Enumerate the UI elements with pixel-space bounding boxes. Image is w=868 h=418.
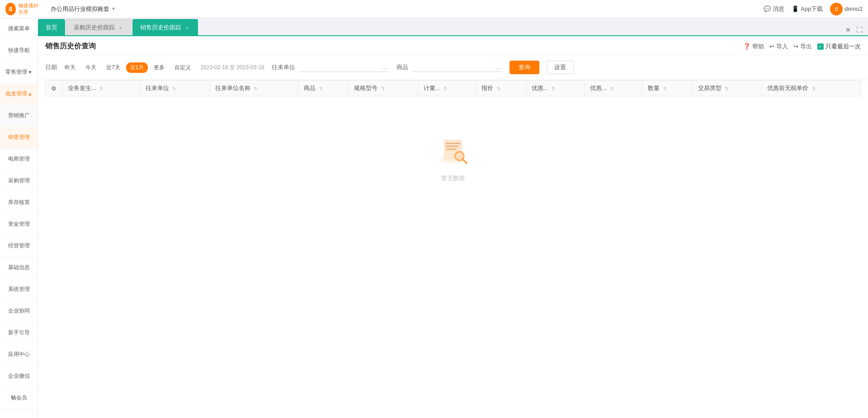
col-discount1[interactable]: 优惠... ⇅ <box>526 81 584 96</box>
content-area: 首页 采购历史价跟踪 × 销售历史价跟踪 × ✕ ⛶ 销售历史价查询 <box>38 18 868 418</box>
operations-label: 经营管理 <box>8 242 30 250</box>
sidebar-item-quick-nav[interactable]: 快捷导航 <box>0 40 38 62</box>
tab-purchase-history[interactable]: 采购历史价跟踪 × <box>66 19 132 35</box>
export-label: 导出 <box>800 43 812 51</box>
sort-icon: ⇅ <box>552 86 555 91</box>
col-trade-type[interactable]: 交易类型 ⇅ <box>692 81 762 96</box>
app-download-label: App下载 <box>801 5 823 13</box>
tab-purchase-history-label: 采购历史价跟踪 <box>74 24 115 32</box>
svg-rect-3 <box>446 146 458 147</box>
col-partner-name[interactable]: 往来单位名称 ⇅ <box>209 81 298 96</box>
table-container: ⚙ 业务发生... ⇅ 往来单位 ⇅ 往来单位名称 <box>38 80 868 218</box>
sidebar-item-enterprise[interactable]: 企业协同 <box>0 300 38 322</box>
checkbox-icon: ✓ <box>817 43 824 50</box>
col-product[interactable]: 商品 ⇅ <box>298 81 349 96</box>
logo-icon: 6 <box>5 3 16 15</box>
tab-bar: 首页 采购历史价跟踪 × 销售历史价跟踪 × ✕ ⛶ <box>38 18 868 36</box>
workspace-label: 办公用品行业模拟账套 <box>51 5 109 13</box>
tab-purchase-history-close[interactable]: × <box>118 24 124 31</box>
empty-state: 暂无数据 <box>45 96 861 218</box>
partner-input[interactable] <box>301 64 382 71</box>
tab-sales-history[interactable]: 销售历史价跟踪 × <box>132 19 198 35</box>
page-title: 销售历史价查询 <box>45 42 96 51</box>
purchase-mgmt-label: 采购管理 <box>8 177 30 185</box>
message-action[interactable]: 💬 消息 <box>764 5 784 13</box>
svg-rect-4 <box>446 148 457 150</box>
date-btn-yesterday[interactable]: 昨天 <box>61 62 80 73</box>
sidebar-item-app-center[interactable]: 应用中心 <box>0 344 38 366</box>
sidebar-item-search-menu[interactable]: 搜索菜单 <box>0 18 38 40</box>
query-button[interactable]: 查询 <box>509 61 539 74</box>
svg-point-6 <box>456 152 463 160</box>
partner-select-icon[interactable]: ... <box>382 64 387 71</box>
sidebar-item-guide[interactable]: 新手引导 <box>0 322 38 344</box>
date-btn-1month[interactable]: 近1月 <box>126 62 148 73</box>
col-spec[interactable]: 规格型号 ⇅ <box>349 81 418 96</box>
sidebar-item-wholesale-mgmt[interactable]: 批发管理 ▲ <box>0 83 38 105</box>
user-action[interactable]: d demo2 <box>830 3 863 15</box>
date-btn-custom[interactable]: 自定义 <box>170 62 195 73</box>
page-actions: ❓ 帮助 ↩ 导入 ↪ 导出 ✓ 只看最后一次 <box>743 43 861 51</box>
sidebar-item-vip[interactable]: 畅会员 <box>0 387 38 409</box>
col-pretax-price[interactable]: 优惠前无税单价 ⇅ <box>762 81 861 96</box>
col-discount2[interactable]: 优惠... ⇅ <box>584 81 642 96</box>
product-input-wrapper: ... <box>412 63 502 72</box>
sidebar-item-finance[interactable]: 资金管理 <box>0 214 38 235</box>
date-btn-7days[interactable]: 近7天 <box>102 62 124 73</box>
filter-area: 日期 昨天 今天 近7天 近1月 更多 自定义 2023-02-18 至 202… <box>38 55 868 80</box>
chevron-up-icon: ▲ <box>28 91 33 96</box>
sort-icon: ⇅ <box>610 86 613 91</box>
app-download-action[interactable]: 📱 App下载 <box>792 5 823 13</box>
partner-filter-group: 往来单位 ... <box>272 63 389 72</box>
sidebar-item-basic-info[interactable]: 基础信息 <box>0 257 38 279</box>
product-select-icon[interactable]: ... <box>495 64 500 71</box>
sidebar-item-ecom-mgmt[interactable]: 电商管理 <box>0 148 38 170</box>
export-icon: ↪ <box>793 43 798 50</box>
close-tab-icon[interactable]: ✕ <box>844 24 853 35</box>
sidebar-item-sales-mgmt[interactable]: 销售管理 <box>0 127 38 148</box>
sidebar-item-marketing[interactable]: 营销推广 <box>0 105 38 127</box>
username-label: demo2 <box>844 5 863 12</box>
export-button[interactable]: ↪ 导出 <box>793 43 812 51</box>
retail-mgmt-label: 零售管理 <box>5 68 27 76</box>
vip-label: 畅会员 <box>11 394 27 402</box>
date-btn-more[interactable]: 更多 <box>150 62 169 73</box>
product-input[interactable] <box>414 64 495 71</box>
workspace-selector[interactable]: 办公用品行业模拟账套 ▼ <box>47 3 119 15</box>
main-layout: 搜索菜单 快捷导航 零售管理 ▼ 批发管理 ▲ 营销推广 销售管理 电商管理 采… <box>0 18 868 418</box>
settings-button[interactable]: 设置 <box>547 61 574 74</box>
avatar: d <box>830 3 843 15</box>
date-btn-today[interactable]: 今天 <box>81 62 100 73</box>
col-quantity[interactable]: 数量 ⇅ <box>642 81 693 96</box>
sort-icon: ⇅ <box>497 86 500 91</box>
expand-icon[interactable]: ⛶ <box>854 24 864 35</box>
topbar-right: 💬 消息 📱 App下载 d demo2 <box>764 3 863 15</box>
col-quote[interactable]: 报价 ⇅ <box>476 81 526 96</box>
sort-icon: ⇅ <box>663 86 667 91</box>
sidebar-item-operations[interactable]: 经营管理 <box>0 235 38 257</box>
only-last-checkbox[interactable]: ✓ 只看最后一次 <box>817 43 861 51</box>
tab-sales-history-close[interactable]: × <box>184 24 190 31</box>
help-button[interactable]: ❓ 帮助 <box>743 43 764 51</box>
col-unit[interactable]: 计量... ⇅ <box>418 81 476 96</box>
sort-icon: ⇅ <box>725 86 728 91</box>
col-biz-date[interactable]: 业务发生... ⇅ <box>62 81 140 96</box>
page-header: 销售历史价查询 ❓ 帮助 ↩ 导入 ↪ 导出 ✓ <box>38 36 868 55</box>
col-settings[interactable]: ⚙ <box>46 81 62 96</box>
sidebar-item-purchase-mgmt[interactable]: 采购管理 <box>0 170 38 192</box>
ecom-mgmt-label: 电商管理 <box>8 155 30 163</box>
partner-filter-label: 往来单位 <box>272 63 295 71</box>
tab-home[interactable]: 首页 <box>38 19 65 35</box>
topbar: 6 畅捷通好生意 办公用品行业模拟账套 ▼ 💬 消息 📱 App下载 d dem… <box>0 0 868 18</box>
finance-label: 资金管理 <box>8 220 30 228</box>
sidebar-item-inventory[interactable]: 库存核算 <box>0 192 38 214</box>
sidebar-item-system[interactable]: 系统管理 <box>0 279 38 300</box>
sidebar: 搜索菜单 快捷导航 零售管理 ▼ 批发管理 ▲ 营销推广 销售管理 电商管理 采… <box>0 18 38 418</box>
date-filter-label: 日期 <box>45 63 57 71</box>
sidebar-item-retail-mgmt[interactable]: 零售管理 ▼ <box>0 62 38 83</box>
col-partner-code[interactable]: 往来单位 ⇅ <box>140 81 209 96</box>
sidebar-item-wechat[interactable]: 企业微信 <box>0 366 38 387</box>
svg-rect-2 <box>446 142 460 144</box>
import-button[interactable]: ↩ 导入 <box>769 43 788 51</box>
tab-bar-actions: ✕ ⛶ <box>844 24 868 35</box>
